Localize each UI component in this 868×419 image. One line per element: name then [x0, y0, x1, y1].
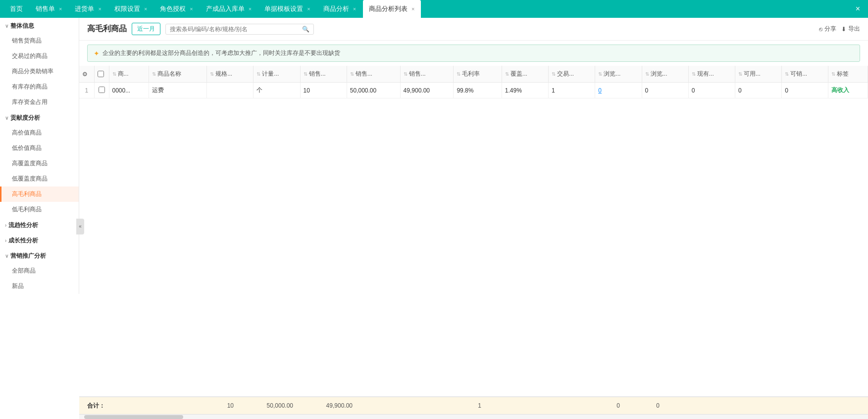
th-views1[interactable]: ⇅浏览...	[595, 66, 642, 83]
sidebar-item-销售货商品[interactable]: 销售货商品	[0, 33, 79, 48]
search-icon[interactable]: 🔍	[302, 26, 309, 33]
th-settings[interactable]: ⚙	[79, 66, 94, 83]
sidebar-group-2[interactable]: ›流趋性分析	[0, 217, 79, 233]
th-code[interactable]: ⇅商...	[109, 66, 149, 83]
sidebar-group-1[interactable]: ∨贡献度分析	[0, 110, 79, 125]
sort-icon: ⇅	[598, 71, 602, 77]
info-icon: ✦	[94, 49, 100, 57]
sidebar-wrapper: ∨整体信息销售货商品交易过的商品商品分类助销率有库存的商品库存资金占用∨贡献度分…	[0, 18, 79, 419]
sidebar-group-arrow-icon: ∨	[5, 115, 8, 121]
sidebar-group-4[interactable]: ∨营销推广分析	[0, 248, 79, 263]
nav-close-icon[interactable]: ×	[307, 6, 310, 12]
sort-icon: ⇅	[457, 71, 460, 77]
sort-icon: ⇅	[404, 71, 408, 77]
td-saleQty: 10	[300, 83, 347, 98]
td-checkbox[interactable]	[94, 83, 109, 98]
sidebar-item-低覆盖度商品[interactable]: 低覆盖度商品	[0, 171, 79, 186]
table-body: 10000...运费个1050,000.0049,900.0099.8%1.49…	[79, 83, 868, 98]
export-icon: ⬇	[841, 26, 846, 33]
nav-item-产成品入库单[interactable]: 产成品入库单×	[200, 0, 257, 18]
main-layout: ∨整体信息销售货商品交易过的商品商品分类助销率有库存的商品库存资金占用∨贡献度分…	[0, 18, 868, 419]
sidebar-item-有库存的商品[interactable]: 有库存的商品	[0, 79, 79, 94]
sidebar-item-商品分类助销率[interactable]: 商品分类助销率	[0, 64, 79, 79]
footer-tradeCount: 1	[442, 402, 481, 409]
nav-item-商品分析列表[interactable]: 商品分析列表×	[363, 0, 420, 18]
sort-icon: ⇅	[210, 71, 214, 77]
share-button[interactable]: ⎋ 分享	[819, 25, 836, 33]
nav-item-首页[interactable]: 首页	[4, 0, 29, 18]
nav-item-商品分析[interactable]: 商品分析×	[317, 0, 362, 18]
sidebar-group-arrow-icon: ∨	[5, 23, 8, 29]
sidebar-group-arrow-icon: ∨	[5, 253, 8, 259]
th-grossRate[interactable]: ⇅毛利率	[454, 66, 502, 83]
nav-item-单据模板设置[interactable]: 单据模板设置×	[258, 0, 316, 18]
scrollbar-thumb[interactable]	[84, 415, 183, 419]
sidebar-collapse-button[interactable]: «	[76, 219, 84, 234]
sidebar-item-低价值商品[interactable]: 低价值商品	[0, 140, 79, 156]
sort-icon: ⇅	[112, 71, 116, 77]
sidebar-group-arrow-icon: ›	[5, 238, 6, 243]
header-actions: ⎋ 分享 ⬇ 导出	[819, 25, 860, 33]
nav-close-icon[interactable]: ×	[353, 6, 356, 12]
td-name: 运费	[149, 83, 207, 98]
th-saleAmount[interactable]: ⇅销售...	[347, 66, 400, 83]
sort-icon: ⇅	[505, 71, 509, 77]
sidebar-item-高毛利商品[interactable]: 高毛利商品	[0, 186, 79, 202]
footer-currentStock: 0	[590, 402, 620, 409]
nav-item-角色授权[interactable]: 角色授权×	[154, 0, 199, 18]
sidebar-item-全部商品[interactable]: 全部商品	[0, 263, 79, 279]
sidebar-group-0[interactable]: ∨整体信息	[0, 18, 79, 33]
sidebar-group-3[interactable]: ›成长性分析	[0, 233, 79, 248]
sidebar-item-高价值商品[interactable]: 高价值商品	[0, 125, 79, 140]
scrollbar-row[interactable]	[79, 414, 868, 419]
td-saleProfit: 49,900.00	[400, 83, 454, 98]
th-saleProfit[interactable]: ⇅销售...	[400, 66, 454, 83]
filter-button[interactable]: 近一月	[132, 23, 160, 35]
footer-label: 合计：	[87, 402, 105, 410]
th-checkbox[interactable]	[94, 66, 109, 83]
th-name[interactable]: ⇅商品名称	[149, 66, 207, 83]
th-saleableStock[interactable]: ⇅可销...	[782, 66, 828, 83]
nav-close-icon[interactable]: ×	[190, 6, 193, 12]
export-button[interactable]: ⬇ 导出	[841, 25, 860, 33]
content-header: 高毛利商品 近一月 🔍 ⎋ 分享 ⬇ 导出	[79, 18, 868, 41]
td-unit: 个	[254, 83, 300, 98]
td-grossRate: 99.8%	[454, 83, 502, 98]
sort-icon: ⇅	[350, 71, 354, 77]
nav-close-icon[interactable]: ×	[249, 6, 252, 12]
td-tradeCount: 1	[549, 83, 595, 98]
share-icon: ⎋	[819, 26, 822, 33]
footer-saleProfit: 49,900.00	[303, 402, 353, 409]
nav-item-权限设置[interactable]: 权限设置×	[108, 0, 153, 18]
nav-close-icon[interactable]: ×	[98, 6, 101, 12]
th-availStock[interactable]: ⇅可用...	[735, 66, 781, 83]
td-views1[interactable]: 0	[595, 83, 642, 98]
nav-item-进货单[interactable]: 进货单×	[69, 0, 107, 18]
sidebar-item-交易过的商品[interactable]: 交易过的商品	[0, 48, 79, 64]
sidebar-item-高覆盖度商品[interactable]: 高覆盖度商品	[0, 156, 79, 171]
sidebar-item-低毛利商品[interactable]: 低毛利商品	[0, 202, 79, 217]
th-tradeCount[interactable]: ⇅交易...	[549, 66, 595, 83]
td-tag: 高收入	[828, 83, 868, 98]
nav-close-icon[interactable]: ×	[144, 6, 147, 12]
th-views2[interactable]: ⇅浏览...	[642, 66, 688, 83]
nav-close-icon[interactable]: ×	[411, 6, 414, 12]
table-container: ⚙⇅商...⇅商品名称⇅规格...⇅计量...⇅销售...⇅销售...⇅销售..…	[79, 66, 868, 396]
th-tag[interactable]: ⇅标签	[828, 66, 868, 83]
sort-icon: ⇅	[785, 71, 789, 77]
sidebar-item-新品[interactable]: 新品	[0, 279, 79, 294]
nav-close-icon[interactable]: ×	[59, 6, 62, 12]
th-spec[interactable]: ⇅规格...	[207, 66, 254, 83]
close-window-button[interactable]: ×	[852, 2, 864, 15]
table-row: 10000...运费个1050,000.0049,900.0099.8%1.49…	[79, 83, 868, 98]
sidebar-item-库存资金占用[interactable]: 库存资金占用	[0, 94, 79, 110]
select-all-checkbox[interactable]	[98, 71, 104, 77]
nav-item-销售单[interactable]: 销售单×	[30, 0, 68, 18]
td-code: 0000...	[109, 83, 149, 98]
th-currentStock[interactable]: ⇅现有...	[688, 66, 735, 83]
th-coverage[interactable]: ⇅覆盖...	[502, 66, 548, 83]
search-input[interactable]	[170, 26, 302, 33]
footer-saleAmount: 50,000.00	[244, 402, 293, 409]
th-saleQty[interactable]: ⇅销售...	[300, 66, 347, 83]
th-unit[interactable]: ⇅计量...	[254, 66, 300, 83]
